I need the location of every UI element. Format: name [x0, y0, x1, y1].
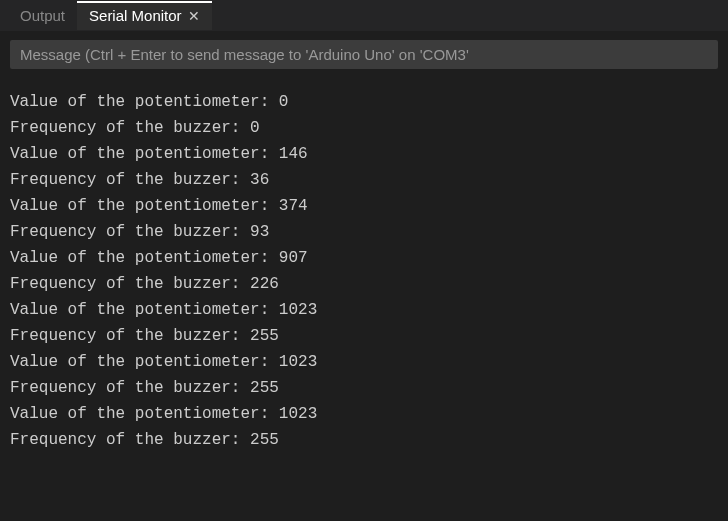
serial-line: Frequency of the buzzer: 255 — [10, 427, 718, 453]
tab-output-label: Output — [20, 7, 65, 24]
serial-line: Value of the potentiometer: 907 — [10, 245, 718, 271]
serial-output: Value of the potentiometer: 0Frequency o… — [0, 73, 728, 469]
message-placeholder: Message (Ctrl + Enter to send message to… — [20, 46, 469, 63]
serial-line: Frequency of the buzzer: 255 — [10, 375, 718, 401]
serial-line: Frequency of the buzzer: 0 — [10, 115, 718, 141]
serial-line: Frequency of the buzzer: 226 — [10, 271, 718, 297]
tab-bar: Output Serial Monitor ✕ — [0, 0, 728, 32]
serial-line: Frequency of the buzzer: 255 — [10, 323, 718, 349]
serial-line: Frequency of the buzzer: 36 — [10, 167, 718, 193]
serial-line: Value of the potentiometer: 146 — [10, 141, 718, 167]
message-input[interactable]: Message (Ctrl + Enter to send message to… — [10, 40, 718, 69]
close-icon[interactable]: ✕ — [188, 8, 200, 24]
serial-line: Value of the potentiometer: 1023 — [10, 297, 718, 323]
tab-serial-monitor-label: Serial Monitor — [89, 7, 182, 24]
tab-output[interactable]: Output — [8, 1, 77, 30]
serial-line: Value of the potentiometer: 1023 — [10, 349, 718, 375]
tab-serial-monitor[interactable]: Serial Monitor ✕ — [77, 1, 212, 30]
serial-line: Value of the potentiometer: 1023 — [10, 401, 718, 427]
serial-line: Frequency of the buzzer: 93 — [10, 219, 718, 245]
serial-line: Value of the potentiometer: 374 — [10, 193, 718, 219]
serial-line: Value of the potentiometer: 0 — [10, 89, 718, 115]
